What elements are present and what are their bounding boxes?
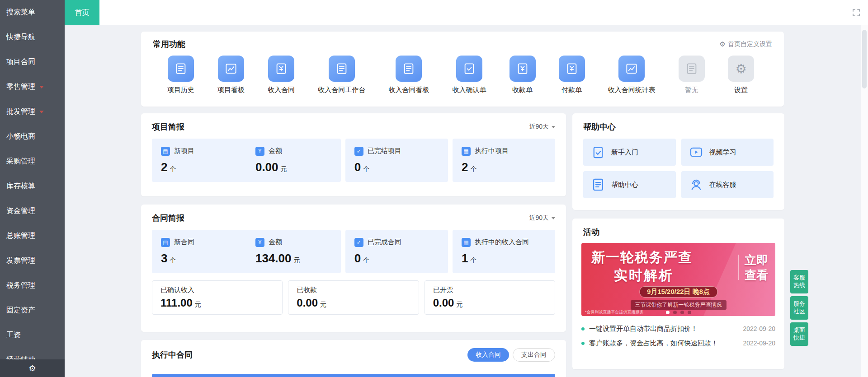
help-item-online-service[interactable]: 在线客服: [681, 171, 774, 198]
sidebar-item-purchase-mgmt[interactable]: 采购管理: [0, 149, 65, 174]
banner-schedule: 9月15/20/22日 晚8点: [639, 286, 717, 298]
sidebar-item-invoice-mgmt[interactable]: 发票管理: [0, 248, 65, 273]
settings-gear-icon[interactable]: ⚙: [28, 363, 36, 373]
carousel-dot[interactable]: [666, 311, 670, 314]
sidebar-item-tax-mgmt[interactable]: 税务管理: [0, 273, 65, 298]
contract-brief-title: 合同简报: [152, 213, 184, 223]
news-text: 客户账款多，资金占比高，如何快速回款！: [589, 339, 737, 348]
summary-invoiced: 已开票 0.00元: [425, 280, 555, 315]
project-brief-card: 项目简报 近90天 ▤新项目 2个 ¥金额 0.00元 ✓已完结项目: [141, 113, 566, 196]
tab-expense-contract[interactable]: 支出合同: [513, 348, 555, 362]
scrollbar-track[interactable]: [861, 25, 868, 377]
sidebar-item-ecommerce[interactable]: 小畅电商: [0, 124, 65, 149]
quick-item-income-contract[interactable]: 收入合同: [268, 56, 295, 94]
quick-item-income-confirmation[interactable]: 收入确认单: [452, 56, 486, 94]
sidebar-item-project-contract[interactable]: 项目合同: [0, 50, 65, 74]
customer-hotline-button[interactable]: 客服热线: [790, 270, 808, 293]
chart-icon: [618, 56, 645, 82]
placeholder-icon: [679, 56, 705, 82]
quick-item-income-contract-workbench[interactable]: 收入合同工作台: [318, 56, 365, 94]
quick-item-project-history[interactable]: 项目历史: [167, 56, 194, 94]
quick-item-label: 收入合同: [268, 86, 295, 94]
fullscreen-icon[interactable]: [852, 8, 861, 17]
carousel-dot[interactable]: [680, 311, 684, 314]
sidebar-item-wholesale-mgmt[interactable]: 批发管理: [0, 99, 65, 124]
document-icon: ▤: [161, 238, 170, 247]
stat-block: ✓已完结项目 0个: [345, 139, 448, 182]
sidebar-item-payroll[interactable]: 工资: [0, 323, 65, 348]
service-community-button[interactable]: 服务社区: [790, 296, 808, 320]
sidebar-item-label: 小畅电商: [6, 132, 35, 141]
help-item-help-center[interactable]: 帮助中心: [583, 171, 676, 198]
quick-item-payment[interactable]: 付款单: [559, 56, 585, 94]
news-item[interactable]: 客户账款多，资金占比高，如何快速回款！ 2022-09-20: [581, 336, 775, 350]
sidebar-item-label: 税务管理: [6, 281, 35, 290]
help-center-title: 帮助中心: [583, 121, 616, 132]
carousel-dots: [666, 311, 691, 314]
topbar: 首页: [65, 0, 868, 25]
tab-income-contract[interactable]: 收入合同: [467, 348, 509, 362]
scrollbar-thumb[interactable]: [862, 30, 867, 88]
quick-item-empty[interactable]: 暂无: [679, 56, 705, 94]
help-item-video-learning[interactable]: 视频学习: [681, 139, 774, 166]
quick-item-label: 暂无: [685, 86, 698, 94]
sidebar-item-general-ledger[interactable]: 总账管理: [0, 223, 65, 248]
stat-finished-projects: ✓已完结项目 0个: [345, 147, 448, 174]
carousel-dot[interactable]: [688, 311, 691, 314]
quick-item-income-contract-board[interactable]: 收入合同看板: [388, 56, 429, 94]
sidebar-item-fixed-assets[interactable]: 固定资产: [0, 298, 65, 323]
sidebar-footer: ⚙: [0, 359, 65, 377]
check-document-icon: [456, 56, 482, 82]
period-label: 近90天: [529, 123, 549, 131]
sidebar-item-label: 快捷导航: [6, 33, 35, 42]
desktop-shortcut-button[interactable]: 桌面快捷: [790, 322, 808, 346]
document-icon: ▤: [161, 147, 170, 156]
clipboard-check-icon: [590, 144, 606, 160]
yuan-icon: ¥: [255, 238, 264, 247]
quick-access-title: 常用功能: [153, 39, 185, 50]
promo-banner[interactable]: 新一轮税务严查 实时解析 立即 查看 9月15/20/22日 晚8点 三节课带你…: [581, 243, 775, 316]
news-text: 一键设置开单自动带出商品折扣价！: [589, 325, 737, 333]
document-icon: [396, 56, 422, 82]
banner-headline: 新一轮税务严查: [591, 248, 693, 267]
yuan-document-icon: [509, 56, 536, 82]
sidebar-item-funds-mgmt[interactable]: 资金管理: [0, 199, 65, 223]
quick-item-project-board[interactable]: 项目看板: [217, 56, 245, 94]
period-label: 近90天: [529, 214, 549, 222]
sidebar-item-label: 资金管理: [6, 206, 35, 216]
quick-access-card: 常用功能 ⚙ 首页自定义设置 项目历史 项目看板: [141, 32, 784, 107]
sidebar-item-label: 采购管理: [6, 157, 35, 166]
quick-item-settings[interactable]: ⚙ 设置: [728, 56, 754, 94]
banner-cta-button[interactable]: 立即 查看: [745, 253, 768, 282]
tab-home[interactable]: 首页: [65, 0, 99, 25]
sidebar-item-search-menu[interactable]: 搜索菜单: [0, 0, 65, 25]
banner-footnote: *会保利诚直播平台提供直播服务: [585, 309, 644, 315]
stat-new-contracts: ▤新合同 3个: [152, 238, 246, 265]
chevron-down-icon: [552, 217, 555, 219]
chart-icon: [218, 56, 244, 82]
help-item-getting-started[interactable]: 新手入门: [583, 139, 676, 166]
help-item-label: 视频学习: [709, 148, 736, 157]
quick-item-income-contract-report[interactable]: 收入合同统计表: [608, 56, 656, 94]
sidebar-item-retail-mgmt[interactable]: 零售管理: [0, 74, 65, 99]
gear-icon: ⚙: [720, 40, 726, 48]
homepage-customize-settings[interactable]: ⚙ 首页自定义设置: [720, 40, 772, 48]
document-icon: [168, 56, 194, 82]
period-dropdown[interactable]: 近90天: [529, 123, 555, 131]
quick-item-label: 付款单: [561, 86, 582, 94]
news-item[interactable]: 一键设置开单自动带出商品折扣价！ 2022-09-20: [581, 321, 775, 336]
help-center-card: 帮助中心 新手入门 视频学习 帮助中心: [572, 113, 784, 210]
period-dropdown[interactable]: 近90天: [529, 214, 555, 222]
document-icon: [329, 56, 355, 82]
quick-item-receipt[interactable]: 收款单: [509, 56, 536, 94]
stat-block: ▦执行中的收入合同 1个: [453, 230, 555, 273]
summary-received-payment: 已收款 0.00元: [288, 280, 419, 315]
banner-headline: 实时解析: [614, 266, 674, 285]
sidebar-item-inventory-accounting[interactable]: 库存核算: [0, 174, 65, 199]
board-icon: ▦: [462, 238, 471, 247]
contract-brief-card: 合同简报 近90天 ▤新合同 3个 ¥金额 134.00元 ✓已完成合同: [141, 205, 566, 332]
sidebar-item-quick-nav[interactable]: 快捷导航: [0, 25, 65, 50]
quick-item-label: 项目历史: [167, 86, 194, 94]
carousel-dot[interactable]: [673, 311, 677, 314]
news-date: 2022-09-20: [743, 325, 775, 332]
